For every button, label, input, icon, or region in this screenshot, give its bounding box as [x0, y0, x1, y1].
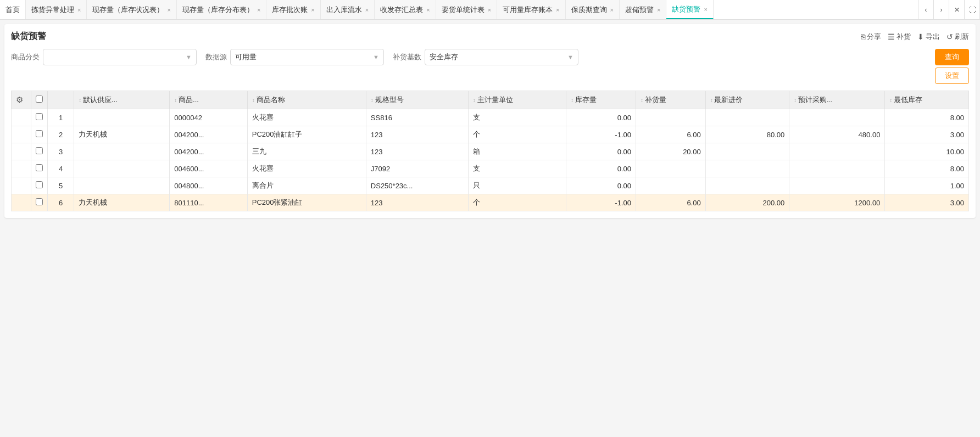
tab-home-label: 首页: [5, 5, 20, 15]
tab-close-current[interactable]: ✕: [949, 0, 965, 19]
row-checkbox[interactable]: [36, 147, 43, 154]
category-filter-group: 商品分类 ▼: [11, 49, 197, 65]
tab-demand[interactable]: 要货单统计表 ×: [436, 0, 497, 19]
row-replenish-qty: 6.00: [636, 126, 705, 143]
row-stock: 0.00: [566, 109, 636, 126]
replenish-base-select[interactable]: 安全库存 ▼: [425, 49, 578, 65]
tab-summary-label: 收发存汇总表: [380, 5, 423, 15]
tab-summary[interactable]: 收发存汇总表 ×: [375, 0, 436, 19]
tab-summary-close[interactable]: ×: [426, 7, 430, 13]
row-checkbox-cell[interactable]: [31, 194, 48, 211]
tab-available[interactable]: 可用量库存账本 ×: [497, 0, 565, 19]
row-replenish-qty: 6.00: [636, 194, 705, 211]
row-min-stock: 8.00: [885, 109, 969, 126]
settings-button[interactable]: 设置: [935, 68, 969, 84]
select-all-checkbox[interactable]: [36, 96, 43, 103]
th-product-name[interactable]: 商品名称: [247, 91, 366, 109]
datasource-value: 可用量: [235, 52, 257, 62]
row-estimated-purchase: [789, 160, 885, 177]
datasource-select[interactable]: 可用量 ▼: [230, 49, 384, 65]
share-button[interactable]: ⎘ 分享: [861, 32, 881, 42]
refresh-icon: ↺: [946, 32, 953, 41]
tab-home[interactable]: 首页: [0, 0, 26, 19]
tab-overstock-close[interactable]: ×: [657, 7, 660, 13]
row-checkbox-cell[interactable]: [31, 109, 48, 126]
tab-shortage[interactable]: 缺货预警 ×: [666, 0, 713, 19]
row-checkbox[interactable]: [36, 198, 43, 205]
export-button[interactable]: ⬇ 导出: [917, 32, 940, 42]
row-spec: DS250*23c...: [366, 177, 468, 194]
tab-fullscreen[interactable]: ⛶: [965, 0, 980, 19]
category-select[interactable]: ▼: [43, 49, 197, 65]
tab-demand-close[interactable]: ×: [488, 7, 491, 13]
row-product-name: 火花塞: [247, 109, 366, 126]
tab-expiry-close[interactable]: ×: [610, 7, 614, 13]
row-latest-price: [705, 109, 789, 126]
tab-bar: 首页 拣货异常处理 × 现存量（库存状况表） × 现存量（库存分布表） × 库存…: [0, 0, 980, 20]
row-checkbox[interactable]: [36, 181, 43, 188]
th-spec[interactable]: 规格型号: [366, 91, 468, 109]
tab-flow[interactable]: 出入库流水 ×: [321, 0, 375, 19]
row-unit: 箱: [468, 143, 566, 160]
tab-stock-status-label: 现存量（库存状况表）: [92, 5, 164, 15]
th-replenish-qty[interactable]: 补货量: [636, 91, 705, 109]
page-header: 缺货预警 ⎘ 分享 ☰ 补货 ⬇ 导出 ↺ 刷新: [11, 31, 969, 42]
replenish-button[interactable]: ☰ 补货: [888, 32, 911, 42]
tab-stock-status[interactable]: 现存量（库存状况表） ×: [87, 0, 176, 19]
row-checkbox[interactable]: [36, 113, 43, 120]
th-supplier[interactable]: 默认供应...: [74, 91, 170, 109]
row-checkbox-cell[interactable]: [31, 160, 48, 177]
tab-shortage-close[interactable]: ×: [704, 6, 707, 13]
tab-batch[interactable]: 库存批次账 ×: [266, 0, 320, 19]
tab-picking-close[interactable]: ×: [77, 7, 81, 13]
query-button[interactable]: 查询: [935, 49, 969, 65]
th-gear[interactable]: ⚙: [12, 91, 31, 109]
tab-stock-dist[interactable]: 现存量（库存分布表） ×: [177, 0, 266, 19]
tab-expiry[interactable]: 保质期查询 ×: [566, 0, 620, 19]
th-product-code[interactable]: 商品...: [170, 91, 248, 109]
tab-batch-close[interactable]: ×: [311, 7, 314, 13]
tab-scroll-right[interactable]: ›: [934, 0, 949, 19]
replenish-icon: ☰: [888, 32, 895, 41]
th-checkbox[interactable]: [31, 91, 48, 109]
row-checkbox-cell[interactable]: [31, 126, 48, 143]
tab-available-close[interactable]: ×: [556, 7, 559, 13]
th-min-stock[interactable]: 最低库存: [885, 91, 969, 109]
row-latest-price: [705, 177, 789, 194]
tab-flow-close[interactable]: ×: [365, 7, 369, 13]
row-product-name: PC200张紧油缸: [247, 194, 366, 211]
gear-settings-icon[interactable]: ⚙: [16, 95, 23, 104]
row-estimated-purchase: [789, 109, 885, 126]
replenish-label: 补货: [897, 32, 911, 42]
th-unit[interactable]: 主计量单位: [468, 91, 566, 109]
tab-overstock[interactable]: 超储预警 ×: [620, 0, 666, 19]
export-label: 导出: [926, 32, 940, 42]
tab-picking[interactable]: 拣货异常处理 ×: [26, 0, 87, 19]
th-latest-price[interactable]: 最新进价: [705, 91, 789, 109]
row-supplier: [74, 160, 170, 177]
row-stock: -1.00: [566, 194, 636, 211]
th-estimated-purchase[interactable]: 预计采购...: [789, 91, 885, 109]
replenish-base-arrow-icon: ▼: [567, 54, 573, 60]
refresh-label: 刷新: [955, 32, 969, 42]
row-supplier: [74, 177, 170, 194]
tab-stock-dist-close[interactable]: ×: [257, 7, 260, 13]
row-estimated-purchase: [789, 143, 885, 160]
row-min-stock: 3.00: [885, 194, 969, 211]
refresh-button[interactable]: ↺ 刷新: [946, 32, 969, 42]
table-row: 5 004800... 离合片 DS250*23c... 只 0.00 1.00: [12, 177, 969, 194]
row-checkbox-cell[interactable]: [31, 177, 48, 194]
tab-stock-status-close[interactable]: ×: [167, 7, 170, 13]
row-checkbox[interactable]: [36, 164, 43, 171]
row-checkbox[interactable]: [36, 130, 43, 137]
row-num: 4: [48, 160, 74, 177]
th-stock[interactable]: 库存量: [566, 91, 636, 109]
row-checkbox-cell[interactable]: [31, 143, 48, 160]
tab-scroll-left[interactable]: ‹: [918, 0, 934, 19]
row-replenish-qty: [636, 160, 705, 177]
tab-nav-buttons: ‹ › ✕ ⛶: [918, 0, 980, 19]
row-min-stock: 3.00: [885, 126, 969, 143]
row-replenish-qty: [636, 109, 705, 126]
row-product-name: 火花塞: [247, 160, 366, 177]
table-row: 3 004200... 三九 123 箱 0.00 20.00 10.00: [12, 143, 969, 160]
